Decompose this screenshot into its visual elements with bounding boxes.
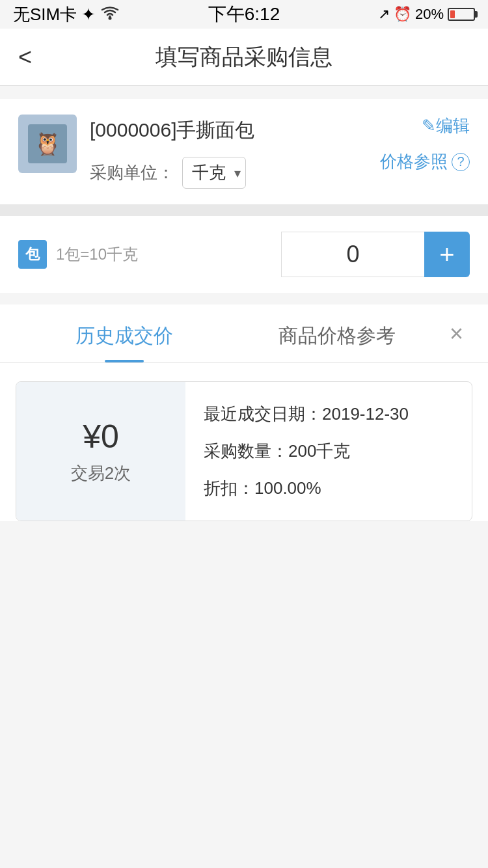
price-card: ¥0 交易2次 最近成交日期：2019-12-30 采购数量：200千克 折扣：… [16, 381, 472, 521]
product-right: ✎编辑 价格参照 ? [380, 115, 470, 173]
edit-button[interactable]: ✎编辑 [422, 115, 470, 137]
quantity-left: 包 1包=10千克 [18, 240, 138, 269]
quantity-conversion: 1包=10千克 [56, 244, 138, 265]
page-title: 填写商品采购信息 [156, 42, 332, 72]
unit-icon-label: 包 [25, 245, 40, 264]
help-icon: ? [452, 153, 470, 171]
status-bar: 无SIM卡 ✦ 下午6:12 ↗ ⏰ 20% [0, 0, 488, 29]
price-card-right: 最近成交日期：2019-12-30 采购数量：200千克 折扣：100.00% [185, 382, 472, 521]
tabs-panel: 历史成交价 商品价格参考 × ¥0 交易2次 最近成交日期：2019-12-30… [0, 305, 488, 521]
tab-close-button[interactable]: × [443, 307, 470, 360]
purchase-qty-value: 200千克 [288, 441, 350, 461]
product-name: [0000006]手撕面包 [90, 117, 254, 144]
tabs-header: 历史成交价 商品价格参考 × [0, 305, 488, 363]
price-main: ¥0 [83, 418, 119, 455]
unit-label: 采购单位： [90, 161, 174, 184]
recent-date-row: 最近成交日期：2019-12-30 [204, 401, 454, 427]
status-right: ↗ ⏰ 20% [378, 6, 475, 23]
battery-icon [448, 8, 475, 21]
discount-row: 折扣：100.00% [204, 476, 454, 501]
battery-fill [450, 10, 455, 18]
quantity-input[interactable] [281, 232, 424, 277]
product-thumb-inner: 🦉 [28, 124, 67, 163]
recent-date-label: 最近成交日期： [204, 404, 322, 424]
product-info: [0000006]手撕面包 采购单位： 千克 [90, 115, 254, 189]
divider-bar [0, 204, 488, 216]
tab-history-price[interactable]: 历史成交价 [18, 305, 230, 362]
status-left: 无SIM卡 ✦ [13, 3, 119, 26]
quantity-plus-button[interactable]: + [424, 232, 470, 277]
discount-value: 100.00% [254, 478, 321, 498]
battery-pct: 20% [415, 6, 444, 23]
unit-select-wrap[interactable]: 千克 [182, 157, 246, 189]
quantity-unit-icon: 包 [18, 240, 47, 269]
status-time: 下午6:12 [208, 2, 280, 27]
product-card: 🦉 [0000006]手撕面包 采购单位： 千克 ✎编辑 价格参照 ? [0, 99, 488, 204]
back-button[interactable]: < [18, 44, 32, 71]
svg-point-0 [109, 16, 112, 20]
product-header: 🦉 [0000006]手撕面包 采购单位： 千克 ✎编辑 价格参照 ? [18, 115, 470, 189]
product-owl-icon: 🦉 [34, 131, 61, 157]
price-ref-button[interactable]: 价格参照 ? [380, 150, 470, 173]
wifi-icon [101, 5, 119, 25]
product-unit-row: 采购单位： 千克 [90, 157, 254, 189]
purchase-qty-row: 采购数量：200千克 [204, 439, 454, 464]
price-value: 0 [101, 418, 119, 455]
product-left: 🦉 [0000006]手撕面包 采购单位： 千克 [18, 115, 254, 189]
carrier-text: 无SIM卡 ✦ [13, 3, 96, 26]
unit-select[interactable]: 千克 [182, 157, 246, 189]
product-thumbnail: 🦉 [18, 115, 77, 173]
trade-count: 交易2次 [71, 462, 131, 485]
alarm-icon: ⏰ [394, 6, 411, 23]
quantity-input-wrap: + [281, 232, 470, 277]
purchase-qty-label: 采购数量： [204, 441, 288, 461]
price-ref-label: 价格参照 [380, 150, 448, 173]
discount-label: 折扣： [204, 478, 254, 498]
price-currency: ¥ [83, 418, 101, 455]
quantity-row: 包 1包=10千克 + [0, 216, 488, 293]
tab-price-reference[interactable]: 商品价格参考 [230, 305, 442, 362]
price-card-left: ¥0 交易2次 [16, 382, 185, 521]
bottom-fill [0, 539, 488, 868]
recent-date-value: 2019-12-30 [322, 404, 409, 424]
location-icon: ↗ [378, 6, 390, 23]
nav-bar: < 填写商品采购信息 [0, 29, 488, 86]
